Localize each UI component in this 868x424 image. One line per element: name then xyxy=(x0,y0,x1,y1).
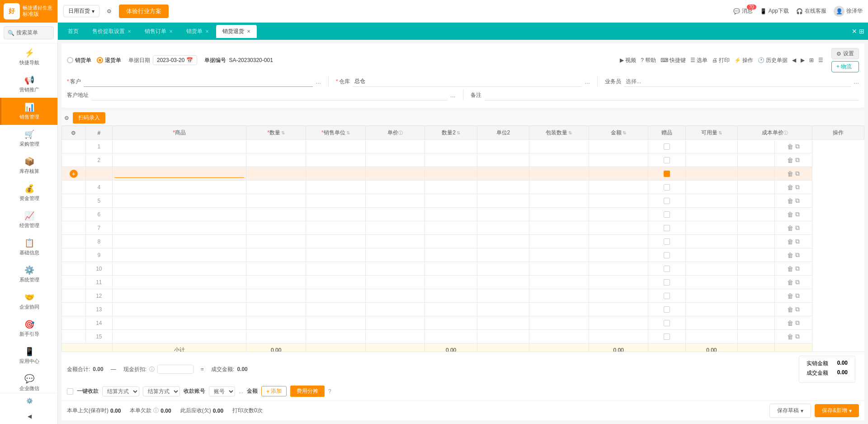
account-calc-select[interactable]: 结算方式 xyxy=(143,386,180,396)
row-pkgqty-9[interactable] xyxy=(529,248,589,262)
row-qty-4[interactable] xyxy=(246,181,306,194)
gift-checkbox-4[interactable] xyxy=(664,184,670,191)
row-product-9[interactable] xyxy=(112,248,246,262)
sidebar-item-settings-bottom[interactable]: ⚙️ xyxy=(0,393,57,409)
row-price-1[interactable] xyxy=(365,140,425,153)
row-product-3[interactable] xyxy=(112,167,246,181)
row-pkgqty-2[interactable] xyxy=(529,153,589,167)
account-dots[interactable]: ... xyxy=(239,388,243,395)
row-product-2[interactable] xyxy=(112,153,246,167)
row-unit-5[interactable] xyxy=(306,194,366,208)
row-unit-10[interactable] xyxy=(306,262,366,276)
gift-checkbox-5[interactable] xyxy=(664,198,670,204)
row-pkgqty-10[interactable] xyxy=(529,262,589,276)
delete-icon-9[interactable]: 🗑 xyxy=(787,252,793,259)
qty2-sorter[interactable]: ⇅ xyxy=(457,130,460,135)
row-qty2-1[interactable] xyxy=(425,140,477,153)
delete-icon-11[interactable]: 🗑 xyxy=(787,279,793,286)
tab-price-setting[interactable]: 售价提取设置 ✕ xyxy=(86,25,137,38)
fee-split-button[interactable]: 费用分摊 xyxy=(290,386,325,397)
delete-icon-12[interactable]: 🗑 xyxy=(787,292,793,300)
row-price-5[interactable] xyxy=(365,194,425,208)
tab-price-setting-close[interactable]: ✕ xyxy=(127,29,131,34)
topbar-gear-button[interactable]: ⚙ xyxy=(103,6,115,16)
sidebar-item-3[interactable]: 📊销售管理 xyxy=(0,98,57,125)
sidebar-item-12[interactable]: 📱应用中心 xyxy=(0,342,57,369)
delete-icon-7[interactable]: 🗑 xyxy=(787,224,793,232)
delete-icon-15[interactable]: 🗑 xyxy=(787,333,793,340)
sidebar-item-13[interactable]: 💬企业微信 xyxy=(0,369,57,393)
copy-icon-12[interactable]: ⧉ xyxy=(795,292,800,300)
sidebar-item-7[interactable]: 📈经营管理 xyxy=(0,206,57,233)
prev-btn[interactable]: ◀ xyxy=(792,57,796,63)
delete-icon-4[interactable]: 🗑 xyxy=(787,184,793,191)
row-amount-12[interactable] xyxy=(589,289,648,303)
tab-sales-order-close[interactable]: ✕ xyxy=(169,29,173,34)
copy-icon-11[interactable]: ⧉ xyxy=(795,278,800,286)
radio-sales[interactable]: 销货单 xyxy=(67,57,91,64)
row-qty-12[interactable] xyxy=(246,289,306,303)
row-unit-8[interactable] xyxy=(306,235,366,248)
add-payment-button[interactable]: + 添加 xyxy=(261,386,287,396)
salesperson-input[interactable] xyxy=(624,76,851,87)
delete-icon-6[interactable]: 🗑 xyxy=(787,211,793,218)
copy-icon-15[interactable]: ⧉ xyxy=(795,333,800,340)
row-qty-8[interactable] xyxy=(246,235,306,248)
add-logistics-button[interactable]: + 物流 xyxy=(831,61,859,72)
sidebar-item-4[interactable]: 🛒采购管理 xyxy=(0,125,57,152)
row-qty-15[interactable] xyxy=(246,330,306,343)
row-amount-5[interactable] xyxy=(589,194,648,208)
row-pkgqty-6[interactable] xyxy=(529,208,589,221)
delete-icon-8[interactable]: 🗑 xyxy=(787,238,793,245)
print-btn[interactable]: 🖨 打印 xyxy=(712,57,730,64)
copy-icon-7[interactable]: ⧉ xyxy=(795,224,800,232)
row-qty2-6[interactable] xyxy=(425,208,477,221)
tab-home[interactable]: 首页 xyxy=(61,25,85,38)
row-qty2-14[interactable] xyxy=(425,316,477,330)
industry-dropdown[interactable]: 日用百货 ▾ xyxy=(63,5,99,17)
address-more-btn[interactable]: ... xyxy=(450,91,456,99)
sidebar-item-5[interactable]: 📦库存核算 xyxy=(0,152,57,179)
copy-icon-2[interactable]: ⧉ xyxy=(795,156,800,164)
copy-icon-6[interactable]: ⧉ xyxy=(795,210,800,218)
gift-checkbox-10[interactable] xyxy=(664,266,670,272)
amount-sorter[interactable]: ⇅ xyxy=(623,130,626,135)
row-qty-14[interactable] xyxy=(246,316,306,330)
row-price-8[interactable] xyxy=(365,235,425,248)
row-qty2-8[interactable] xyxy=(425,235,477,248)
gift-checkbox-1[interactable] xyxy=(664,143,670,150)
address-input[interactable] xyxy=(91,90,448,100)
tab-sales-order[interactable]: 销售订单 ✕ xyxy=(138,25,179,38)
row-product-10[interactable] xyxy=(112,262,246,276)
row-amount-15[interactable] xyxy=(589,330,648,343)
row-amount-8[interactable] xyxy=(589,235,648,248)
row-qty2-11[interactable] xyxy=(425,276,477,289)
copy-icon-13[interactable]: ⧉ xyxy=(795,305,800,313)
gift-checkbox-2[interactable] xyxy=(664,157,670,163)
row-product-12[interactable] xyxy=(112,289,246,303)
row-product-5[interactable] xyxy=(112,194,246,208)
sidebar-item-2[interactable]: 📢营销推广 xyxy=(0,71,57,98)
row-unit-14[interactable] xyxy=(306,316,366,330)
tab-layout-icon[interactable]: ⊞ xyxy=(859,28,864,35)
row-product-4[interactable] xyxy=(112,181,246,194)
account-method-select[interactable]: 结算方式 xyxy=(102,386,139,396)
save-new-button[interactable]: 保存&新增 ▾ xyxy=(815,404,859,417)
row-unit-9[interactable] xyxy=(306,248,366,262)
row-product-11[interactable] xyxy=(112,276,246,289)
account-no-select[interactable]: 账号 xyxy=(209,386,235,396)
gift-checkbox-12[interactable] xyxy=(664,293,670,299)
gift-checkbox-8[interactable] xyxy=(664,238,670,245)
warehouse-input[interactable] xyxy=(353,76,582,87)
sidebar-item-10[interactable]: 🤝企业协同 xyxy=(0,288,57,315)
grid-view-btn[interactable]: ⊞ xyxy=(809,57,814,63)
row-price-10[interactable] xyxy=(365,262,425,276)
search-menu-button[interactable]: 🔍 搜索菜单 xyxy=(4,26,54,39)
sidebar-item-8[interactable]: 📋基础信息 xyxy=(0,233,57,261)
row-pkgqty-13[interactable] xyxy=(529,303,589,316)
row-pkgqty-15[interactable] xyxy=(529,330,589,343)
row-price-13[interactable] xyxy=(365,303,425,316)
delete-icon-2[interactable]: 🗑 xyxy=(787,157,793,164)
scan-button[interactable]: 扫码录入 xyxy=(73,112,105,124)
row-amount-1[interactable] xyxy=(589,140,648,153)
